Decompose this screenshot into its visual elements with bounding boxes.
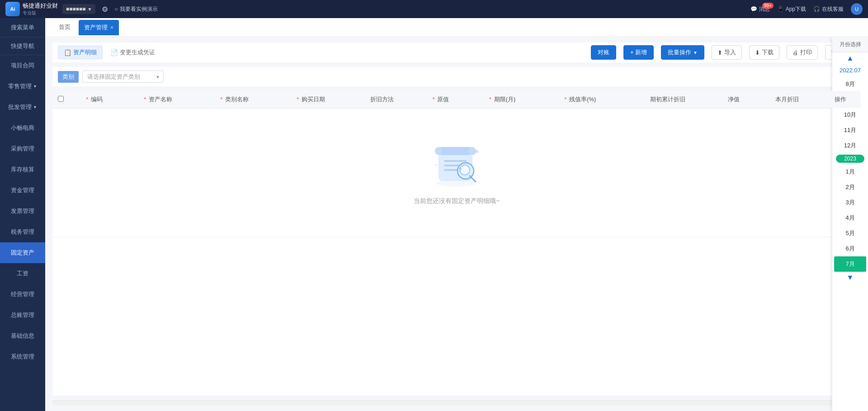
sidebar-item-ecommerce[interactable]: 小畅电商 bbox=[0, 118, 45, 138]
online-support-label: 在线客服 bbox=[822, 5, 844, 13]
header-category-name: * 类别名称 bbox=[196, 91, 273, 109]
online-support-button[interactable]: 🎧 在线客服 bbox=[813, 5, 844, 13]
change-voucher-label: 变更生成凭证 bbox=[120, 48, 155, 57]
print-button[interactable]: 🖨 打印 bbox=[787, 45, 818, 60]
sub-tabs: 📋 资产明细 📄 变更生成凭证 bbox=[58, 46, 161, 59]
horizontal-scrollbar[interactable] bbox=[52, 400, 861, 406]
company-chevron-icon: ▼ bbox=[88, 7, 92, 12]
month-item-8[interactable]: 8月 bbox=[832, 76, 868, 92]
header-net-value: 净值 bbox=[713, 91, 754, 109]
import-button[interactable]: ⬆ 导入 bbox=[712, 45, 742, 60]
month-item-7-2023[interactable]: 7月 bbox=[834, 256, 866, 272]
sidebar-item-wholesale-mgmt[interactable]: 批发管理 ▼ bbox=[0, 97, 45, 118]
header-monthly-depreciation: 本月折旧 bbox=[754, 91, 820, 109]
empty-state-cell: ? 当前您还没有固定资产明细哦~ bbox=[52, 109, 861, 237]
empty-state: ? 当前您还没有固定资产明细哦~ bbox=[56, 113, 857, 232]
select-all-checkbox[interactable] bbox=[58, 96, 64, 102]
sidebar-item-invoice-mgmt[interactable]: 发票管理 bbox=[0, 201, 45, 222]
header-checkbox-col bbox=[52, 91, 69, 109]
svg-point-11 bbox=[476, 150, 478, 153]
sidebar-item-inventory[interactable]: 库存核算 bbox=[0, 159, 45, 180]
svg-rect-5 bbox=[444, 160, 467, 162]
sidebar-item-operations-mgmt[interactable]: 经营管理 bbox=[0, 284, 45, 305]
month-item-3-2023[interactable]: 3月 bbox=[832, 195, 868, 210]
company-selector[interactable]: ■■■■■■ ▼ bbox=[62, 4, 95, 14]
sidebar-item-retail-mgmt[interactable]: 零售管理 ▼ bbox=[0, 76, 45, 97]
batch-ops-button[interactable]: 批量操作 ▼ bbox=[661, 45, 704, 60]
month-item-2-2023[interactable]: 2月 bbox=[832, 180, 868, 195]
sidebar-item-payroll[interactable]: 工资 bbox=[0, 263, 45, 284]
asset-detail-icon: 📋 bbox=[64, 49, 71, 56]
tab-bar: 首页 资产管理 × bbox=[45, 18, 868, 37]
settings-button[interactable]: ⚙ bbox=[100, 3, 110, 15]
sub-tab-toolbar-row: 📋 资产明细 📄 变更生成凭证 对账 + 新增 批 bbox=[52, 43, 861, 62]
app-download-button[interactable]: 📱 App下载 bbox=[777, 5, 806, 13]
month-nav-up: ▲ bbox=[832, 52, 868, 64]
sidebar-search-label: 搜索菜单 bbox=[4, 24, 42, 32]
sidebar-item-fund-mgmt[interactable]: 资金管理 bbox=[0, 180, 45, 201]
svg-text:?: ? bbox=[459, 167, 462, 173]
wholesale-arrow-icon: ▼ bbox=[33, 105, 37, 109]
sidebar-item-fixed-assets[interactable]: 固定资产 bbox=[0, 242, 45, 263]
svg-point-3 bbox=[435, 147, 442, 155]
tab-asset-mgmt-label: 资产管理 bbox=[84, 24, 108, 32]
category-select-wrapper[interactable]: 请选择固定资产类别 bbox=[82, 71, 164, 83]
sidebar-item-system-mgmt[interactable]: 系统管理 bbox=[0, 346, 45, 367]
demo-icon: ○ bbox=[114, 6, 118, 12]
demo-button[interactable]: ○ 我要看实例演示 bbox=[114, 5, 157, 13]
sidebar-item-general-ledger[interactable]: 总账管理 bbox=[0, 305, 45, 326]
filter-row: 类别 请选择固定资产类别 bbox=[52, 67, 861, 86]
month-panel-header: 月份选择 bbox=[832, 37, 868, 52]
sub-tab-change-voucher[interactable]: 📄 变更生成凭证 bbox=[104, 46, 161, 59]
sidebar-quick-nav-label: 快捷导航 bbox=[4, 42, 42, 50]
add-button[interactable]: + 新增 bbox=[623, 45, 654, 60]
month-item-1-2023[interactable]: 1月 bbox=[832, 164, 868, 180]
headset-icon: 🎧 bbox=[813, 6, 820, 12]
change-voucher-icon: 📄 bbox=[110, 49, 118, 56]
brand-icon: Ai bbox=[5, 2, 20, 16]
table-header: * 编码 * 资产名称 * 类别名称 bbox=[52, 91, 861, 109]
asset-table-container: * 编码 * 资产名称 * 类别名称 bbox=[52, 91, 861, 396]
app-download-label: App下载 bbox=[786, 5, 806, 13]
year-badge-2023: 2023 bbox=[836, 155, 864, 163]
sidebar-item-tax-mgmt[interactable]: 税务管理 bbox=[0, 222, 45, 242]
header-code: * 编码 bbox=[69, 91, 120, 109]
app-download-icon: 📱 bbox=[777, 6, 784, 12]
sidebar-item-purchase-mgmt[interactable]: 采购管理 bbox=[0, 138, 45, 159]
messages-button[interactable]: 💬 消息 99+ bbox=[750, 5, 770, 13]
tab-home[interactable]: 首页 bbox=[52, 19, 77, 37]
brand-logo: Ai 畅捷通好业财 专业版 bbox=[5, 2, 58, 16]
page-content: 📋 资产明细 📄 变更生成凭证 对账 + 新增 批 bbox=[45, 37, 868, 411]
tab-asset-mgmt[interactable]: 资产管理 × bbox=[79, 20, 119, 35]
user-avatar[interactable]: U bbox=[851, 3, 863, 15]
company-name: ■■■■■■ bbox=[66, 6, 86, 12]
download-icon: ⬇ bbox=[755, 49, 760, 56]
sidebar-quick-nav[interactable]: 快捷导航 bbox=[0, 38, 45, 55]
sidebar-item-basic-info[interactable]: 基础信息 bbox=[0, 326, 45, 346]
main-layout: 搜索菜单 快捷导航 项目合同 零售管理 ▼ 批发管理 ▼ 小畅电商 采购管理 库 bbox=[0, 18, 868, 411]
table-body: ? 当前您还没有固定资产明细哦~ bbox=[52, 109, 861, 237]
month-item-5-2023[interactable]: 5月 bbox=[832, 226, 868, 241]
sub-tab-asset-detail[interactable]: 📋 资产明细 bbox=[58, 46, 103, 59]
month-prev-button[interactable]: ▲ bbox=[844, 53, 857, 63]
month-nav-down: ▼ bbox=[832, 272, 868, 283]
month-next-button[interactable]: ▼ bbox=[844, 273, 857, 283]
sidebar-item-project-contract[interactable]: 项目合同 bbox=[0, 55, 45, 76]
header-depreciation-method: 折旧方法 bbox=[349, 91, 415, 109]
reconcile-button[interactable]: 对账 bbox=[591, 45, 616, 60]
asset-detail-label: 资产明细 bbox=[73, 48, 97, 57]
sidebar-search[interactable]: 搜索菜单 bbox=[0, 18, 45, 38]
header-accumulated-depreciation: 期初累计折旧 bbox=[622, 91, 713, 109]
month-item-6-2023[interactable]: 6月 bbox=[832, 241, 868, 256]
brand-name: 畅捷通好业财 bbox=[23, 2, 58, 10]
month-year-display[interactable]: 2022.07 bbox=[832, 64, 868, 76]
tab-close-icon[interactable]: × bbox=[110, 25, 113, 30]
category-select[interactable]: 请选择固定资产类别 bbox=[82, 71, 164, 83]
month-item-4-2023[interactable]: 4月 bbox=[832, 210, 868, 226]
print-icon: 🖨 bbox=[793, 49, 798, 56]
download-button[interactable]: ⬇ 下载 bbox=[749, 45, 779, 60]
month-item-10[interactable]: 10月 bbox=[832, 107, 868, 123]
month-item-11[interactable]: 11月 bbox=[832, 123, 868, 138]
empty-message: 当前您还没有固定资产明细哦~ bbox=[414, 197, 500, 205]
month-item-12[interactable]: 12月 bbox=[832, 138, 868, 153]
